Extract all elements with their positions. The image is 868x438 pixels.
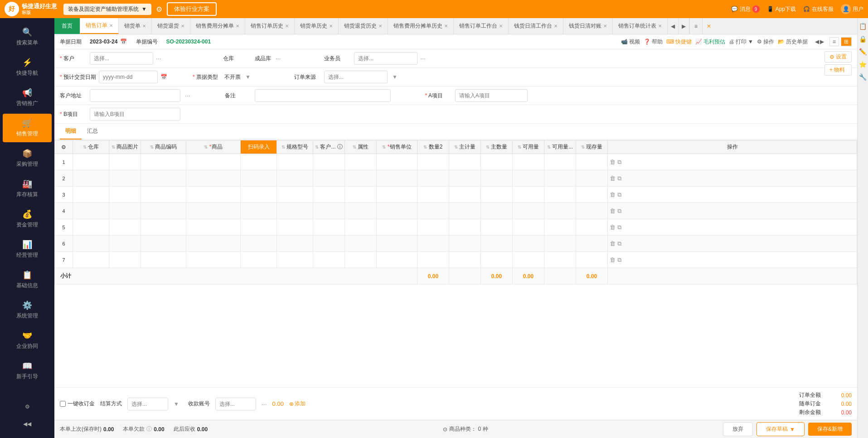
view-list-btn[interactable]: ≡ — [829, 37, 839, 46]
settings-float-btn[interactable]: ⚙ 设置 — [824, 51, 852, 63]
tab-sales-return[interactable]: 销货退货 ✕ — [152, 18, 190, 34]
row-copy-1[interactable]: ⧉ — [617, 159, 621, 166]
col-avail-qty[interactable]: ⇅ 可用量 — [513, 140, 544, 154]
order-source-input[interactable] — [324, 71, 388, 83]
row-copy-2[interactable]: ⧉ — [617, 175, 621, 182]
solution-button[interactable]: 体验行业方案 — [167, 2, 217, 16]
row-copy-3[interactable]: ⧉ — [617, 191, 621, 198]
nav-next-icon[interactable]: ▶ — [820, 39, 824, 45]
order-source-dropdown-icon[interactable]: ▼ — [392, 74, 398, 80]
row-delete-7[interactable]: 🗑 — [610, 256, 616, 263]
col-warehouse[interactable]: ⇅ 仓库 — [73, 140, 109, 154]
row-copy-4[interactable]: ⧉ — [617, 207, 621, 215]
row-copy-5[interactable]: ⧉ — [617, 224, 621, 231]
tab-prev-btn[interactable]: ◀ — [668, 18, 679, 34]
nav-prev-icon[interactable]: ◀ — [815, 39, 819, 45]
add-material-float-btn[interactable]: + 物料 — [824, 64, 852, 76]
settings-icon[interactable]: ⚙ — [156, 5, 162, 14]
view-grid-btn[interactable]: ⊞ — [841, 37, 852, 46]
sidebar-item-inventory[interactable]: 🏭 库存核算 — [3, 174, 52, 203]
close-cash-reconcile-tab[interactable]: ✕ — [603, 24, 607, 29]
add-btn[interactable]: ⊕ 添加 — [289, 400, 305, 408]
tab-next-btn[interactable]: ▶ — [679, 18, 689, 34]
col-qty2[interactable]: ⇅ 数量2 — [417, 140, 449, 154]
user-btn[interactable]: 👤 用户 — [841, 4, 863, 14]
tab-fee-split[interactable]: 销售费用分摊单 ✕ — [190, 18, 245, 34]
tab-order-workbench[interactable]: 销售订单工作台 ✕ — [454, 18, 509, 34]
customer-address-input[interactable] — [90, 89, 180, 102]
row-delete-5[interactable]: 🗑 — [610, 224, 616, 231]
settlement-dropdown-icon[interactable]: ▼ — [174, 401, 179, 407]
tab-home[interactable]: 首页 — [54, 18, 80, 34]
sub-tab-summary[interactable]: 汇总 — [82, 124, 103, 140]
tab-close-all-btn[interactable]: ✕ — [702, 18, 715, 34]
customer-input[interactable] — [90, 52, 153, 65]
row-delete-1[interactable]: 🗑 — [610, 159, 616, 165]
delivery-date-input[interactable] — [99, 71, 158, 83]
col-stock[interactable]: ⇅ 现存量 — [576, 140, 608, 154]
video-btn[interactable]: 📹 视频 — [621, 38, 640, 46]
one-click-checkbox[interactable]: 一键收订金 — [60, 400, 95, 408]
close-slip-history-tab[interactable]: ✕ — [329, 24, 333, 29]
sidebar-item-finance[interactable]: 💰 资金管理 — [3, 205, 52, 233]
close-fee-split-history-tab[interactable]: ✕ — [444, 24, 448, 29]
customer-more-icon[interactable]: ··· — [156, 55, 161, 62]
help-btn[interactable]: ❓ 帮助 — [644, 38, 663, 46]
col-attribute[interactable]: ⇅ 属性 — [345, 140, 377, 154]
salesperson-input[interactable] — [354, 52, 417, 65]
account-input[interactable] — [215, 398, 256, 410]
row-delete-4[interactable]: 🗑 — [610, 207, 616, 214]
row-delete-6[interactable]: 🗑 — [610, 240, 616, 247]
sidebar-item-operation[interactable]: 📊 经营管理 — [3, 235, 52, 264]
note-input[interactable] — [255, 89, 391, 102]
col-scan[interactable]: 扫码录入 — [241, 140, 277, 154]
sidebar-item-purchase[interactable]: 📦 采购管理 — [3, 144, 52, 173]
tab-sales-slip[interactable]: 销货单 ✕ — [119, 18, 152, 34]
row-copy-7[interactable]: ⧉ — [617, 256, 621, 264]
tab-order-history[interactable]: 销售订单历史 ✕ — [245, 18, 295, 34]
sidebar-item-guide[interactable]: 📖 新手引导 — [3, 356, 52, 385]
sidebar-item-system[interactable]: ⚙️ 系统管理 — [3, 296, 52, 324]
tab-return-history[interactable]: 销货退货历史 ✕ — [339, 18, 388, 34]
col-sales-unit[interactable]: ⇅ *销售单位 — [377, 140, 417, 154]
close-fee-split-tab[interactable]: ✕ — [236, 24, 239, 29]
col-product[interactable]: ⇅ *商品 — [186, 140, 241, 154]
col-customer-field[interactable]: ⇅ 客户... ⓘ — [313, 140, 345, 154]
close-cash-workbench-tab[interactable]: ✕ — [554, 24, 558, 29]
row-delete-3[interactable]: 🗑 — [610, 191, 616, 198]
close-sales-order-tab[interactable]: ✕ — [109, 23, 113, 28]
tab-slip-history[interactable]: 销货单历史 ✕ — [295, 18, 339, 34]
col-main-unit[interactable]: ⇅ 主计量 — [449, 140, 481, 154]
sidebar-item-enterprise[interactable]: 🤝 企业协同 — [3, 326, 52, 355]
close-sales-return-tab[interactable]: ✕ — [181, 24, 184, 29]
col-product-code[interactable]: ⇅ 商品编码 — [141, 140, 186, 154]
close-order-history-tab[interactable]: ✕ — [285, 24, 289, 29]
col-spec[interactable]: ⇅ 规格型号 — [277, 140, 313, 154]
close-return-history-tab[interactable]: ✕ — [378, 24, 382, 29]
discard-button[interactable]: 放弃 — [723, 422, 753, 436]
right-panel-btn-2[interactable]: 🔒 — [858, 34, 868, 43]
system-title[interactable]: 装备及固定资产辅助管理系统 ▼ — [63, 4, 151, 15]
right-panel-btn-1[interactable]: 📋 — [858, 22, 868, 31]
col-product-img[interactable]: ⇅ 商品图片 — [109, 140, 141, 154]
profit-btn[interactable]: 📈 毛利预估 — [695, 38, 725, 46]
shortcut-btn[interactable]: ⌨ 快捷键 — [666, 38, 692, 46]
sidebar-item-quicknav[interactable]: ⚡ 快捷导航 — [3, 53, 52, 82]
b-project-input[interactable] — [90, 108, 180, 120]
sidebar-item-basic-info[interactable]: 📋 基础信息 — [3, 265, 52, 294]
close-order-workbench-tab[interactable]: ✕ — [499, 24, 503, 29]
history-btn[interactable]: 📂 历史单据 — [778, 38, 808, 46]
close-sales-slip-tab[interactable]: ✕ — [142, 24, 146, 29]
sidebar-item-sales[interactable]: 🛒 销售管理 — [3, 114, 52, 142]
sidebar-settings-btn[interactable]: ⚙ — [3, 399, 52, 414]
warehouse-more-icon[interactable]: ··· — [276, 55, 281, 62]
close-order-summary-tab[interactable]: ✕ — [658, 24, 662, 29]
settlement-input[interactable] — [127, 398, 168, 410]
col-settings[interactable]: ⚙ — [55, 140, 73, 154]
save-draft-button[interactable]: 保存草稿 ▼ — [756, 422, 805, 436]
salesperson-more-icon[interactable]: ··· — [420, 55, 426, 62]
row-copy-6[interactable]: ⧉ — [617, 240, 621, 247]
save-new-button[interactable]: 保存&新增 — [808, 423, 852, 436]
online-service-btn[interactable]: 🎧 在线客服 — [803, 5, 834, 13]
tab-sales-order[interactable]: 销售订单 ✕ — [80, 18, 119, 34]
